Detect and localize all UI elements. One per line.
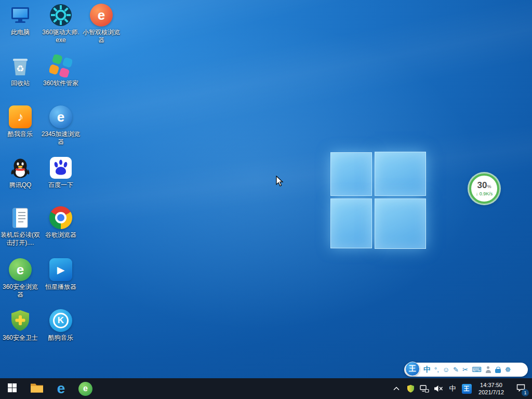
ime-emoji-icon[interactable]: ☺ xyxy=(443,363,449,377)
windows-logo-pane xyxy=(375,152,426,196)
browser-e-icon: e xyxy=(89,3,113,27)
desktop-icon-label: 恒星播放器 xyxy=(41,283,81,291)
browser-e-icon: e xyxy=(49,105,73,129)
taskbar-360-browser[interactable]: e xyxy=(73,378,98,399)
windows-logo-pane xyxy=(330,152,372,196)
memory-percent: 30% xyxy=(477,181,491,191)
taskbar-file-explorer[interactable] xyxy=(24,378,49,399)
ime-handwriting-icon[interactable]: ✎ xyxy=(453,363,459,377)
ime-skin-icon[interactable] xyxy=(495,366,501,374)
edge-icon: e xyxy=(57,381,65,396)
desktop-icon-360-software-manager[interactable]: 360软件管家 xyxy=(41,54,81,87)
ime-toolbar[interactable]: 王 中 °, ☺ ✎ ✂ ⌨ ☸ xyxy=(404,363,528,377)
start-button[interactable] xyxy=(0,378,24,399)
ime-keyboard-icon[interactable]: ⌨ xyxy=(472,363,482,377)
desktop[interactable]: 此电脑 360驱动大师.exe e 小智双核浏览器 xyxy=(0,0,532,399)
desktop-icon-chrome[interactable]: 谷歌浏览器 xyxy=(41,206,81,239)
notification-badge: 1 xyxy=(522,389,529,396)
desktop-icon-xiaozhi-browser[interactable]: e 小智双核浏览器 xyxy=(82,3,121,44)
tray-ime-button[interactable]: 王 xyxy=(461,378,472,399)
taskbar-clock[interactable]: 14:37:50 2021/7/12 xyxy=(475,378,507,399)
desktop-icon-kuwo-music[interactable]: ♪ 酷我音乐 xyxy=(1,105,40,138)
netspeed-widget[interactable]: 30% ↓ 0.9K/s xyxy=(469,174,499,204)
desktop-icon-2345-browser[interactable]: e 2345加速浏览器 xyxy=(41,105,81,146)
ime-tray-icon: 王 xyxy=(462,384,472,394)
desktop-icon-label: 回收站 xyxy=(1,79,40,87)
desktop-icon-360-safe-guard[interactable]: 360安全卫士 xyxy=(1,309,40,342)
desktop-icon-label: 腾讯QQ xyxy=(1,181,40,189)
desktop-icon-readme[interactable]: 装机后必读(双击打开).... xyxy=(1,206,40,247)
desktop-icon-recycle-bin[interactable]: ♻ 回收站 xyxy=(1,54,40,87)
recycle-bin-icon: ♻ xyxy=(8,54,32,78)
desktop-icon-star-player[interactable]: ▶ 恒星播放器 xyxy=(41,258,81,291)
play-icon: ▶ xyxy=(49,258,73,282)
tray-expand-button[interactable] xyxy=(391,378,402,399)
ime-clipboard-icon[interactable]: ✂ xyxy=(462,363,468,377)
action-center-button[interactable]: 1 xyxy=(511,378,530,399)
desktop-icon-kugou-music[interactable]: K 酷狗音乐 xyxy=(41,309,81,342)
desktop-icon-baidu[interactable]: 百度一下 xyxy=(41,156,81,189)
ime-logo-icon[interactable]: 王 xyxy=(405,362,420,376)
desktop-icon-label: 360安全卫士 xyxy=(1,334,40,342)
chrome-icon xyxy=(49,206,73,230)
windows-logo-pane xyxy=(330,198,372,248)
desktop-icon-label: 360安全浏览器 xyxy=(1,283,40,299)
ime-punctuation-icon[interactable]: °, xyxy=(434,363,439,377)
folder-icon xyxy=(30,382,44,395)
taskbar: e e xyxy=(0,378,532,399)
this-pc-icon xyxy=(8,3,32,27)
desktop-icon-this-pc[interactable]: 此电脑 xyxy=(1,3,40,36)
ime-account-icon[interactable] xyxy=(485,366,491,373)
music-note-icon: ♪ xyxy=(8,105,32,129)
kugou-k-icon: K xyxy=(49,309,73,332)
tray-language-indicator[interactable]: 中 xyxy=(447,378,458,399)
chevron-up-icon xyxy=(393,384,400,393)
desktop-icon-label: 装机后必读(双击打开).... xyxy=(1,231,40,247)
desktop-icon-label: 百度一下 xyxy=(41,181,81,189)
pinwheel-icon xyxy=(49,54,73,78)
gear-icon xyxy=(49,3,73,27)
desktop-icon-360-driver-master[interactable]: 360驱动大师.exe xyxy=(41,3,81,44)
tray-360-security-icon[interactable] xyxy=(405,378,416,399)
tray-volume-muted-icon[interactable] xyxy=(433,378,444,399)
mouse-cursor xyxy=(276,176,286,189)
tray-network-icon[interactable] xyxy=(419,378,430,399)
clock-time: 14:37:50 xyxy=(478,381,504,389)
svg-text:♻: ♻ xyxy=(16,64,24,74)
clock-date: 2021/7/12 xyxy=(478,389,504,396)
taskbar-edge-browser[interactable]: e xyxy=(49,378,73,399)
ime-settings-icon[interactable]: ☸ xyxy=(505,363,511,377)
desktop-icon-label: 酷我音乐 xyxy=(1,130,40,138)
desktop-icon-label: 2345加速浏览器 xyxy=(41,130,81,146)
windows-logo-icon xyxy=(8,383,17,394)
document-icon xyxy=(8,206,32,230)
desktop-icon-label: 此电脑 xyxy=(1,29,40,36)
penguin-icon xyxy=(8,156,32,180)
desktop-icon-label: 谷歌浏览器 xyxy=(41,231,81,239)
desktop-icon-360-safe-browser[interactable]: e 360安全浏览器 xyxy=(1,258,40,299)
browser-e-icon: e xyxy=(78,382,92,396)
windows-logo-pane xyxy=(375,198,426,249)
desktop-icon-label: 酷狗音乐 xyxy=(41,334,81,342)
paw-icon xyxy=(49,156,73,180)
desktop-icon-label: 小智双核浏览器 xyxy=(82,29,121,44)
desktop-icon-label: 360驱动大师.exe xyxy=(41,29,81,44)
shield-icon xyxy=(8,309,32,332)
browser-e-icon: e xyxy=(8,258,32,282)
ime-mode-toggle[interactable]: 中 xyxy=(423,363,431,377)
desktop-icon-label: 360软件管家 xyxy=(41,79,81,87)
download-speed: ↓ 0.9K/s xyxy=(476,191,493,197)
desktop-icon-tencent-qq[interactable]: 腾讯QQ xyxy=(1,156,40,189)
